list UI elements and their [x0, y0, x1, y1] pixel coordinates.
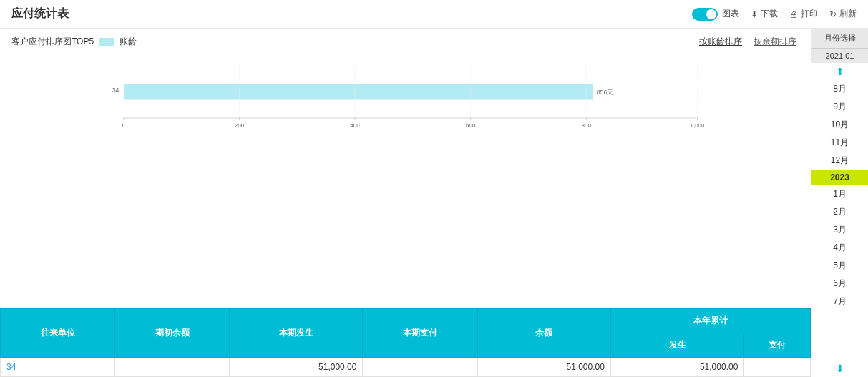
download-label: 下载: [761, 8, 778, 20]
sidebar-month-2[interactable]: 2月: [811, 203, 868, 221]
svg-text:0: 0: [122, 122, 126, 129]
refresh-button[interactable]: ↻ 刷新: [829, 8, 857, 20]
sidebar-current-date: 2021.01: [811, 49, 868, 63]
print-button[interactable]: 🖨 打印: [789, 8, 818, 20]
cell-ytd-occur: 51,000.00: [610, 358, 743, 377]
page-title: 应付统计表: [11, 6, 69, 21]
sidebar-month-4[interactable]: 4月: [811, 239, 868, 257]
sidebar-month-list: 8月 9月 10月 11月 12月 2023 1月 2月 3月 4月 5月 6月…: [811, 80, 868, 360]
chart-toggle-label: 图表: [722, 8, 739, 20]
cell-current-occur: 51,000.00: [230, 358, 363, 377]
chart-legend: 客户应付排序图TOP5 账龄: [11, 36, 137, 48]
sidebar-month-5[interactable]: 5月: [811, 257, 868, 275]
legend-label: 客户应付排序图TOP5: [11, 36, 94, 48]
chart-sort-buttons: 按账龄排序 按余额排序: [696, 34, 799, 49]
cell-current-pay: [363, 358, 477, 377]
th-opening: 期初余额: [115, 309, 230, 358]
th-balance: 余额: [477, 309, 610, 358]
th-ytd-group: 本年累计: [610, 309, 810, 333]
refresh-label: 刷新: [839, 8, 857, 20]
th-unit: 往来单位: [1, 309, 115, 358]
refresh-icon: ↻: [829, 9, 837, 19]
svg-text:200: 200: [235, 122, 245, 129]
sidebar-month-6[interactable]: 6月: [811, 275, 868, 293]
print-label: 打印: [801, 8, 818, 20]
sidebar-month-12[interactable]: 12月: [811, 152, 868, 170]
th-ytd-pay: 支付: [744, 333, 811, 358]
sidebar-month-9[interactable]: 9月: [811, 98, 868, 116]
legend-box: [99, 38, 114, 46]
th-ytd-occur: 发生: [610, 333, 743, 358]
cell-opening: [115, 358, 230, 377]
chart-header: 客户应付排序图TOP5 账龄 按账龄排序 按余额排序: [0, 29, 811, 55]
download-icon: ⬇: [751, 9, 758, 19]
data-table-area: 往来单位 期初余额 本期发生 本期支付 余额 本年累计 发生 支付: [0, 308, 811, 377]
legend-box-label: 账龄: [120, 36, 137, 48]
chart-toggle[interactable]: [692, 8, 718, 21]
sort-by-balance-button[interactable]: 按账龄排序: [696, 34, 745, 49]
sidebar-down-button[interactable]: ⬇: [811, 360, 868, 377]
cell-balance: 51,000.00: [477, 358, 610, 377]
sidebar-month-11[interactable]: 11月: [811, 134, 868, 152]
th-current-pay: 本期支付: [363, 309, 477, 358]
main-content: 客户应付排序图TOP5 账龄 按账龄排序 按余额排序 34: [0, 29, 868, 377]
header-actions: 图表 ⬇ 下载 🖨 打印 ↻ 刷新: [692, 8, 857, 21]
sidebar-month-10[interactable]: 10月: [811, 116, 868, 134]
right-sidebar: 月份选择 2021.01 ⬆ 8月 9月 10月 11月 12月 2023 1月…: [811, 29, 868, 377]
download-button[interactable]: ⬇ 下载: [751, 8, 778, 20]
chart-svg: 34 856天 0 200: [11, 55, 799, 141]
chart-toggle-wrapper: 图表: [692, 8, 739, 21]
cell-unit[interactable]: 34: [1, 358, 115, 377]
page-container: 应付统计表 图表 ⬇ 下载 🖨 打印 ↻ 刷新: [0, 0, 868, 377]
data-table: 往来单位 期初余额 本期发生 本期支付 余额 本年累计 发生 支付: [0, 308, 811, 377]
sidebar-header: 月份选择: [811, 29, 868, 49]
svg-text:856天: 856天: [597, 89, 614, 96]
svg-text:600: 600: [466, 122, 476, 129]
svg-text:800: 800: [582, 122, 592, 129]
sidebar-up-button[interactable]: ⬆: [811, 63, 868, 80]
sidebar-month-7[interactable]: 7月: [811, 293, 868, 310]
svg-text:400: 400: [350, 122, 360, 129]
cell-ytd-pay: [744, 358, 811, 377]
sidebar-month-8[interactable]: 8月: [811, 80, 868, 98]
sidebar-year-2023-marker: 2023: [811, 170, 868, 185]
sidebar-month-3[interactable]: 3月: [811, 221, 868, 239]
chart-area: 客户应付排序图TOP5 账龄 按账龄排序 按余额排序 34: [0, 29, 811, 377]
svg-rect-1: [124, 84, 593, 99]
chart-wrapper: 34 856天 0 200: [0, 55, 811, 308]
svg-text:34: 34: [112, 87, 120, 94]
print-icon: 🖨: [789, 9, 798, 19]
th-current-occur: 本期发生: [230, 309, 363, 358]
sort-by-amount-button[interactable]: 按余额排序: [751, 34, 799, 49]
sidebar-month-1[interactable]: 1月: [811, 185, 868, 203]
table-row: 34 51,000.00 51,000.00 51,000.00: [1, 358, 811, 377]
page-header: 应付统计表 图表 ⬇ 下载 🖨 打印 ↻ 刷新: [0, 0, 868, 29]
svg-text:1,000: 1,000: [690, 122, 705, 129]
